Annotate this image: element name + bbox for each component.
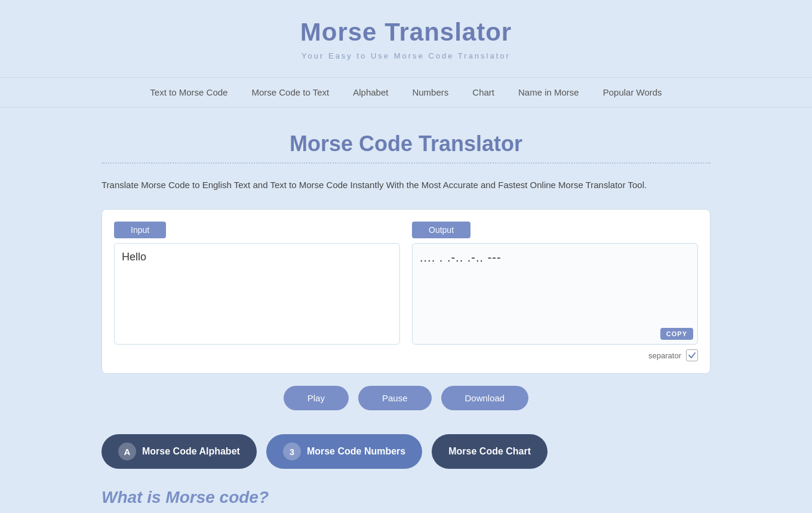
download-button[interactable]: Download bbox=[441, 386, 529, 410]
tab-numbers-label: Morse Code Numbers bbox=[307, 446, 405, 457]
site-subtitle: Your Easy to Use Morse Code Translator bbox=[0, 51, 812, 60]
input-label: Input bbox=[114, 222, 166, 238]
what-is-title: What is Morse code? bbox=[102, 488, 710, 507]
nav-popular-words[interactable]: Popular Words bbox=[603, 87, 662, 97]
what-is-section: What is Morse code? Morse code uses sequ… bbox=[102, 488, 710, 513]
copy-button[interactable]: COPY bbox=[660, 328, 693, 340]
site-title: Morse Translator bbox=[0, 18, 812, 47]
numbers-badge: 3 bbox=[283, 443, 301, 460]
play-button[interactable]: Play bbox=[284, 386, 349, 410]
main-content: Morse Code Translator Translate Morse Co… bbox=[90, 107, 722, 513]
tab-morse-numbers[interactable]: 3 Morse Code Numbers bbox=[266, 434, 422, 469]
panels: Input Hello Output .... . .-.. .-.. --- … bbox=[114, 222, 698, 345]
site-header: Morse Translator Your Easy to Use Morse … bbox=[0, 0, 812, 60]
input-panel: Input Hello bbox=[114, 222, 400, 345]
nav-morse-to-text[interactable]: Morse Code to Text bbox=[251, 87, 329, 97]
output-panel: Output .... . .-.. .-.. --- COPY bbox=[412, 222, 698, 345]
input-textarea[interactable]: Hello bbox=[114, 243, 400, 345]
output-box: .... . .-.. .-.. --- COPY bbox=[412, 243, 698, 345]
tab-morse-chart[interactable]: Morse Code Chart bbox=[432, 434, 548, 469]
main-nav: Text to Morse Code Morse Code to Text Al… bbox=[0, 77, 812, 107]
output-textarea[interactable]: .... . .-.. .-.. --- bbox=[412, 243, 698, 345]
bottom-tabs: A Morse Code Alphabet 3 Morse Code Numbe… bbox=[102, 434, 710, 469]
translator-container: Input Hello Output .... . .-.. .-.. --- … bbox=[102, 209, 710, 374]
tab-morse-alphabet[interactable]: A Morse Code Alphabet bbox=[102, 434, 257, 469]
action-buttons: Play Pause Download bbox=[102, 386, 710, 410]
pause-button[interactable]: Pause bbox=[358, 386, 432, 410]
output-label: Output bbox=[412, 222, 470, 238]
nav-text-to-morse[interactable]: Text to Morse Code bbox=[150, 87, 227, 97]
heading-divider bbox=[102, 162, 710, 164]
separator-label: separator bbox=[648, 351, 681, 360]
nav-chart[interactable]: Chart bbox=[472, 87, 494, 97]
tab-chart-label: Morse Code Chart bbox=[448, 446, 531, 457]
nav-numbers[interactable]: Numbers bbox=[412, 87, 448, 97]
description: Translate Morse Code to English Text and… bbox=[102, 178, 710, 192]
page-heading: Morse Code Translator bbox=[102, 131, 710, 156]
separator-row: separator bbox=[114, 349, 698, 361]
alphabet-badge: A bbox=[118, 443, 136, 460]
separator-checkbox[interactable] bbox=[686, 349, 698, 361]
nav-name-in-morse[interactable]: Name in Morse bbox=[518, 87, 579, 97]
nav-alphabet[interactable]: Alphabet bbox=[353, 87, 388, 97]
tab-alphabet-label: Morse Code Alphabet bbox=[142, 446, 240, 457]
